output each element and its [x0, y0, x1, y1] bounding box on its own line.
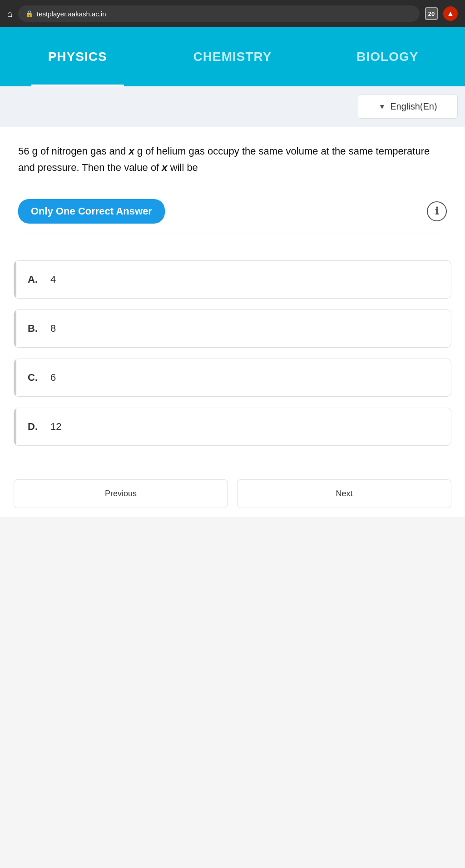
- question-type-badge: Only One Correct Answer: [18, 199, 165, 224]
- option-c[interactable]: C. 6: [14, 359, 451, 397]
- option-c-label: C.: [28, 372, 41, 384]
- language-bar: ▼ English(En): [0, 86, 465, 127]
- bottom-buttons: Previous Next: [0, 470, 465, 517]
- question-text: 56 g of nitrogen gas and x g of helium g…: [18, 143, 447, 176]
- question-meta: Only One Correct Answer ℹ: [18, 199, 447, 224]
- tab-biology[interactable]: BIOLOGY: [310, 27, 465, 86]
- language-selected: English(En): [390, 101, 437, 112]
- option-b[interactable]: B. 8: [14, 309, 451, 348]
- tabs-count-badge[interactable]: 20: [425, 7, 438, 20]
- question-area: 56 g of nitrogen gas and x g of helium g…: [0, 127, 465, 260]
- tab-physics[interactable]: PHYSICS: [0, 27, 155, 86]
- option-b-label: B.: [28, 323, 41, 334]
- browser-bar: ⌂ 🔒 testplayer.aakash.ac.in 20 ▲: [0, 0, 465, 27]
- option-b-value: 8: [50, 323, 56, 334]
- divider: [18, 233, 447, 233]
- url-text: testplayer.aakash.ac.in: [37, 10, 106, 18]
- tab-chemistry[interactable]: CHEMISTRY: [155, 27, 310, 86]
- info-icon[interactable]: ℹ: [427, 201, 447, 221]
- url-bar[interactable]: 🔒 testplayer.aakash.ac.in: [18, 5, 420, 22]
- next-button[interactable]: Next: [237, 479, 451, 508]
- option-d-value: 12: [50, 421, 61, 433]
- subject-tabs: PHYSICS CHEMISTRY BIOLOGY: [0, 27, 465, 86]
- home-icon[interactable]: ⌂: [7, 9, 13, 19]
- update-button[interactable]: ▲: [443, 6, 458, 21]
- option-a-value: 4: [50, 274, 56, 285]
- chevron-down-icon: ▼: [378, 103, 386, 111]
- previous-button[interactable]: Previous: [14, 479, 228, 508]
- lock-icon: 🔒: [25, 10, 33, 17]
- language-dropdown[interactable]: ▼ English(En): [358, 95, 458, 119]
- option-c-value: 6: [50, 372, 56, 384]
- option-d-label: D.: [28, 421, 41, 433]
- option-a[interactable]: A. 4: [14, 260, 451, 299]
- options-area: A. 4 B. 8 C. 6 D. 12: [0, 260, 465, 470]
- option-a-label: A.: [28, 274, 41, 285]
- option-d[interactable]: D. 12: [14, 408, 451, 446]
